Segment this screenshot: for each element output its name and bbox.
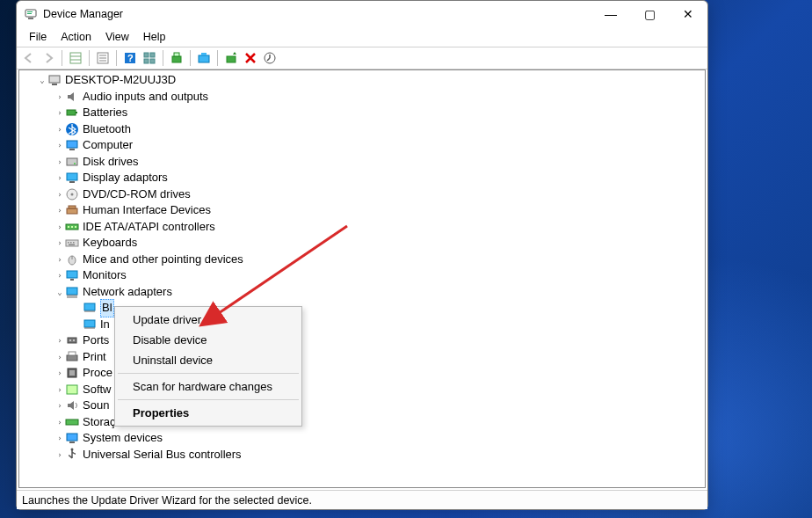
monitor-icon [65,268,79,282]
options-icon[interactable] [261,49,279,67]
svg-rect-13 [144,53,149,57]
tree-node-disk[interactable]: ›Disk drives [19,154,705,171]
svg-rect-15 [144,59,149,63]
mouse-icon [65,252,79,266]
tree-node-system[interactable]: ›System devices [19,430,705,447]
scan-hw-icon[interactable] [168,49,185,67]
expander-icon[interactable]: › [54,365,65,382]
computer-icon [47,73,62,87]
tree-node-ide[interactable]: ›IDE ATA/ATAPI controllers [19,219,705,236]
expander-icon[interactable]: › [54,105,65,121]
tree-node-network[interactable]: ⌄Network adapters [19,284,705,301]
expander-icon[interactable]: › [54,219,65,236]
expander-icon[interactable]: ⌄ [54,284,65,301]
expander-icon[interactable]: › [54,137,65,154]
expander-icon[interactable]: › [54,349,65,366]
expander-icon[interactable]: › [54,267,65,284]
svg-rect-39 [68,226,69,228]
node-label: Storaç [83,414,116,431]
svg-rect-41 [75,226,76,228]
svg-point-35 [71,193,74,195]
expander-icon[interactable]: › [54,414,65,431]
status-text: Launches the Update Driver Wizard for th… [22,494,312,507]
titlebar[interactable]: Device Manager — ▢ ✕ [17,1,707,27]
expander-icon[interactable]: › [54,202,65,219]
forward-icon[interactable] [40,49,57,67]
tree-node-audio[interactable]: ›Audio inputs and outputs [19,89,705,106]
svg-rect-50 [70,279,74,281]
expander-icon[interactable]: › [54,154,65,171]
sheet-icon[interactable] [94,49,112,67]
tree-node-computer[interactable]: ›Computer [19,137,705,154]
tree-node-bluetooth[interactable]: ›Bluetooth [19,121,705,138]
menu-file[interactable]: File [22,29,54,45]
svg-point-59 [69,339,71,341]
expander-icon[interactable]: › [54,170,65,186]
usb-icon [65,448,79,462]
node-label: Disk drives [83,154,139,171]
tree-node-monitors[interactable]: ›Monitors [19,267,705,284]
svg-rect-44 [70,242,72,244]
svg-rect-36 [67,208,77,214]
tree-node-keyboards[interactable]: ›Keyboards [19,235,705,252]
svg-rect-40 [71,226,73,228]
svg-rect-43 [68,242,69,244]
tree-node-dvd[interactable]: ›DVD/CD-ROM drives [19,186,705,203]
tree-node-usb[interactable]: ›Universal Serial Bus controllers [19,447,705,463]
tree-node-mice[interactable]: ›Mice and other pointing devices [19,252,705,268]
svg-rect-32 [67,173,77,180]
cm-scan-hardware[interactable]: Scan for hardware changes [117,376,300,397]
properties-icon[interactable] [67,49,84,67]
expander-icon[interactable]: ⌄ [37,72,47,89]
device-manager-window[interactable]: Device Manager — ▢ ✕ File Action View He… [16,0,708,510]
expander-icon[interactable]: › [54,398,65,414]
svg-rect-37 [69,206,76,208]
menu-view[interactable]: View [98,29,136,45]
node-label: Monitors [83,267,127,284]
cm-uninstall-device[interactable]: Uninstall device [117,350,300,370]
expander-icon[interactable]: › [54,252,65,268]
expander-icon[interactable]: › [54,447,65,463]
maximize-button[interactable]: ▢ [630,1,669,27]
remove-icon[interactable] [242,49,259,67]
close-button[interactable]: ✕ [669,1,707,27]
system-icon [65,431,79,445]
svg-rect-2 [27,11,33,12]
expander-icon[interactable]: › [54,332,65,349]
display-icon [65,171,79,185]
svg-rect-24 [52,84,57,85]
minimize-button[interactable]: — [591,1,630,27]
expander-icon[interactable]: › [54,121,65,138]
svg-rect-58 [68,338,76,343]
expander-icon[interactable]: › [54,235,65,252]
menu-bar[interactable]: File Action View Help [17,27,707,47]
svg-rect-28 [67,141,77,148]
tree-node-hid[interactable]: ›Human Interface Devices [19,202,705,219]
node-label: Mice and other pointing devices [83,252,243,268]
tree-root[interactable]: ⌄ DESKTOP-M2UUJ3D [19,72,705,89]
tree-node-batteries[interactable]: ›Batteries [19,105,705,121]
toolbar-divider [62,50,62,66]
cm-update-driver[interactable]: Update driver [117,310,300,330]
help-icon[interactable]: ? [121,49,139,67]
bluetooth-icon [65,122,79,136]
expander-icon[interactable]: › [54,430,65,447]
toolbar[interactable]: ? [17,47,707,69]
menu-action[interactable]: Action [54,29,98,45]
expander-icon[interactable]: › [54,382,65,398]
toolbar-divider [116,50,117,66]
grid-icon[interactable] [141,49,158,67]
update-driver-icon[interactable] [195,49,213,67]
cm-disable-device[interactable]: Disable device [117,330,300,350]
node-label: Network adapters [83,284,172,301]
uninstall-icon[interactable] [222,49,240,67]
svg-rect-49 [67,271,77,278]
cm-separator [118,373,299,374]
expander-icon[interactable]: › [54,89,65,106]
expander-icon[interactable]: › [54,186,65,203]
context-menu[interactable]: Update driver Disable device Uninstall d… [114,306,302,427]
back-icon[interactable] [20,49,38,67]
menu-help[interactable]: Help [136,29,173,45]
tree-node-display[interactable]: ›Display adaptors [19,170,705,186]
cm-properties[interactable]: Properties [117,403,300,423]
